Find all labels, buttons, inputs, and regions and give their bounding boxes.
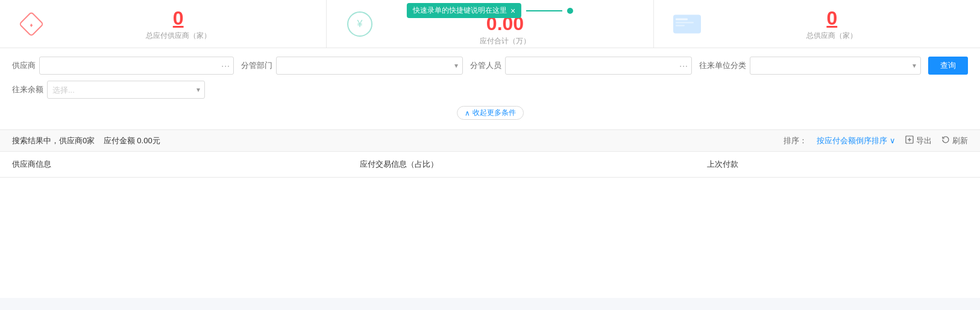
tooltip-line — [526, 10, 562, 11]
col-lastpay-header: 上次付款 — [707, 159, 968, 170]
results-amount-label: 应付金额 — [104, 136, 135, 145]
chevron-up-icon: ∧ — [465, 109, 470, 117]
col-supplier-header: 供应商信息 — [12, 159, 360, 170]
results-bar: 搜索结果中，供应商0家 应付金额 0.00元 排序： 按应付会额倒序排序 ∨ 导… — [0, 130, 980, 152]
total-payable-suppliers-label: 总应付供应商（家） — [146, 31, 211, 41]
diamond-icon: ♦ — [18, 11, 45, 37]
sort-label: 排序： — [784, 135, 807, 146]
col-payable-header: 应付交易信息（占比） — [360, 159, 708, 170]
results-info: 搜索结果中，供应商0家 应付金额 0.00元 — [12, 135, 160, 146]
collapse-label: 收起更多条件 — [473, 108, 516, 118]
svg-text:♦: ♦ — [30, 22, 33, 28]
stats-bar: ♦ 0 总应付供应商（家） ¥ 快速录单的快捷键说明在这里 × 0.00 应付合… — [0, 0, 980, 48]
stat-total-suppliers: 0 总供应商（家） — [654, 0, 980, 48]
tooltip-container: 快速录单的快捷键说明在这里 × — [407, 3, 573, 18]
refresh-button[interactable]: 刷新 — [941, 135, 968, 146]
unit-category-select-wrapper — [750, 57, 921, 75]
department-select-wrapper — [276, 57, 463, 75]
svg-rect-7 — [676, 25, 685, 26]
balance-field: 往来余额 选择... — [12, 81, 205, 99]
results-actions: 排序： 按应付会额倒序排序 ∨ 导出 刷新 — [784, 135, 968, 146]
export-icon — [905, 135, 914, 146]
department-label: 分管部门 — [241, 60, 272, 71]
department-select[interactable] — [276, 57, 463, 75]
search-section: 供应商 ··· 分管部门 分管人员 ··· 往来单位分类 — [0, 48, 980, 130]
supplier-label: 供应商 — [12, 60, 36, 71]
export-label: 导出 — [916, 135, 932, 146]
svg-text:¥: ¥ — [357, 19, 363, 29]
balance-select[interactable]: 选择... — [47, 81, 205, 99]
collapse-button[interactable]: ∧ 收起更多条件 — [457, 106, 524, 120]
tooltip-dot — [567, 8, 573, 14]
person-field: 分管人员 ··· — [470, 57, 692, 75]
results-prefix: 搜索结果中，供应商 — [12, 136, 83, 145]
stat-total-payable-suppliers: ♦ 0 总应付供应商（家） — [0, 0, 327, 48]
total-suppliers-number: 0 — [826, 7, 837, 29]
supplier-field: 供应商 ··· — [12, 57, 234, 75]
tooltip-text: 快速录单的快捷键说明在这里 — [413, 5, 507, 16]
svg-rect-4 — [673, 14, 701, 33]
total-suppliers-label: 总供应商（家） — [806, 31, 857, 41]
search-row-2: 往来余额 选择... — [12, 81, 968, 99]
sort-option-label: 按应付会额倒序排序 — [817, 135, 887, 146]
svg-rect-6 — [676, 22, 694, 23]
payable-total-label: 应付合计（万） — [480, 36, 530, 46]
stat-payable-total: ¥ 快速录单的快捷键说明在这里 × 0.00 应付合计（万） — [327, 0, 653, 48]
sort-select[interactable]: 按应付会额倒序排序 ∨ — [817, 135, 896, 146]
export-button[interactable]: 导出 — [905, 135, 932, 146]
department-field: 分管部门 — [241, 57, 463, 75]
collapse-bar: ∧ 收起更多条件 — [12, 104, 968, 125]
table-header: 供应商信息 应付交易信息（占比） 上次付款 — [0, 152, 980, 178]
results-amount-value: 0.00元 — [137, 136, 160, 145]
balance-label: 往来余额 — [12, 84, 43, 95]
tooltip-close-button[interactable]: × — [510, 7, 515, 15]
person-label: 分管人员 — [470, 60, 501, 71]
total-payable-suppliers-number: 0 — [173, 7, 184, 29]
person-input-wrapper: ··· — [505, 57, 692, 75]
coin-icon: ¥ — [345, 9, 375, 39]
supplier-input-wrapper: ··· — [39, 57, 234, 75]
sort-chevron-icon: ∨ — [890, 136, 896, 145]
person-input[interactable] — [505, 57, 692, 75]
svg-rect-5 — [676, 18, 688, 20]
refresh-icon — [941, 135, 950, 146]
refresh-label: 刷新 — [952, 135, 968, 146]
unit-category-field: 往来单位分类 — [699, 57, 921, 75]
blue-card-icon — [672, 13, 702, 34]
unit-category-label: 往来单位分类 — [699, 60, 746, 71]
unit-category-select[interactable] — [750, 57, 921, 75]
person-dots-button[interactable]: ··· — [679, 61, 688, 70]
tooltip-bubble: 快速录单的快捷键说明在这里 × — [407, 3, 521, 18]
supplier-input[interactable] — [39, 57, 234, 75]
table-body — [0, 178, 980, 298]
balance-select-wrapper: 选择... — [47, 81, 205, 99]
search-row-1: 供应商 ··· 分管部门 分管人员 ··· 往来单位分类 — [12, 57, 968, 75]
results-unit: 家 — [87, 136, 95, 145]
query-button[interactable]: 查询 — [928, 57, 968, 75]
supplier-dots-button[interactable]: ··· — [221, 61, 230, 70]
